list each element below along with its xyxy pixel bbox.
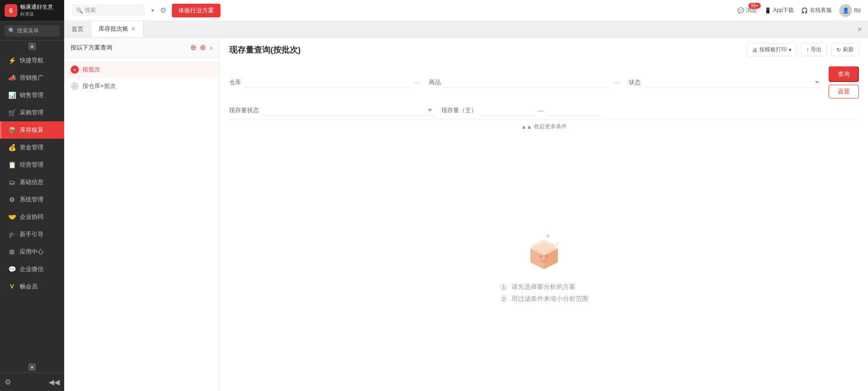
inventory-icon: 📦: [8, 126, 16, 134]
collapse-left-icon[interactable]: «: [209, 44, 213, 51]
sidebar-item-sales[interactable]: 📊 销售管理: [0, 87, 64, 104]
scheme-item-by-warehouse-batch[interactable]: ○ 按仓库+批次: [64, 78, 220, 94]
messages-badge: 99+: [748, 3, 761, 9]
topbar-actions: 💬 消息 99+ 📱 App下载 🎧 在线客服 👤 Rit: [737, 4, 861, 17]
goods-input[interactable]: [444, 77, 609, 88]
sidebar-item-label: 基础信息: [20, 178, 44, 186]
filter-area: 仓库 ··· 商品 ··· 状态: [220, 60, 868, 140]
topbar-search-icon: 🔍: [76, 7, 83, 14]
filter-stock-status: 现存量状态: [229, 105, 434, 116]
sidebar-item-vip[interactable]: V 畅会员: [0, 278, 64, 295]
refresh-btn[interactable]: ↻ 刷新: [831, 43, 859, 56]
sidebar-item-purchase[interactable]: 🛒 采购管理: [0, 104, 64, 121]
scheme-item-by-batch[interactable]: ● 按批次: [64, 61, 220, 78]
tab-inventory-batch[interactable]: 库存批次账 ✕: [91, 21, 143, 37]
sidebar-header: 6 畅康通好生意 标准版: [0, 0, 64, 22]
stock-qty-max[interactable]: [546, 105, 601, 116]
topbar-chevron-icon[interactable]: ▾: [151, 7, 154, 14]
service-icon: 🎧: [801, 7, 808, 14]
wechat-icon: 💬: [8, 265, 16, 273]
filter-warehouse: 仓库 ···: [229, 77, 422, 88]
trial-button[interactable]: 体验行业方案: [172, 4, 220, 17]
sidebar-item-quick-nav[interactable]: ⚡ 快捷导航: [0, 52, 64, 69]
sidebar-search-area[interactable]: 🔍 搜索菜单: [0, 22, 64, 41]
sales-icon: 📊: [8, 91, 16, 99]
sidebar-item-guide[interactable]: 🎓 新手引导: [0, 226, 64, 243]
print-btn[interactable]: 🖨 按模板打印 ▾: [747, 43, 797, 56]
sidebar-item-label: 新手引导: [20, 230, 44, 239]
add-scheme-icon[interactable]: ⊕: [190, 43, 196, 52]
print-dropdown-icon: ▾: [789, 47, 791, 53]
stock-qty-label: 现存量（主）: [441, 106, 477, 114]
sidebar-item-basic[interactable]: 🗂 基础信息: [0, 174, 64, 191]
warehouse-more-btn[interactable]: ···: [412, 78, 422, 87]
left-panel-actions: ⊕ ⊛ «: [190, 43, 213, 52]
system-icon: ⚙: [8, 196, 16, 204]
tip-text-1: 请先选择要分析的方案: [511, 283, 576, 291]
sidebar-item-marketing[interactable]: 📣 营销推广: [0, 69, 64, 87]
settings-footer-icon[interactable]: ⚙: [5, 378, 11, 386]
sidebar-item-label: 库存核算: [20, 126, 44, 134]
user-avatar: 👤: [839, 4, 852, 17]
tab-home[interactable]: 首页: [64, 21, 91, 37]
export-btn[interactable]: ↑ 导出: [801, 43, 827, 56]
query-btn[interactable]: 查询: [829, 66, 859, 82]
user-avatar-area[interactable]: 👤 Rit: [839, 4, 861, 17]
stock-status-select[interactable]: [262, 105, 434, 116]
messages-action[interactable]: 💬 消息 99+: [737, 6, 757, 14]
stock-status-label: 现存量状态: [229, 106, 259, 114]
empty-state: ★ ✦ 1 请先选择要分析的方案 2 用过滤条件来缩小分析范围: [220, 140, 868, 391]
tab-panel-close-btn[interactable]: ✕: [852, 22, 868, 37]
collapse-sidebar-btn[interactable]: ◀◀: [49, 378, 60, 386]
filter-row-1: 仓库 ··· 商品 ··· 状态: [229, 66, 859, 98]
online-service-action[interactable]: 🎧 在线客服: [801, 6, 832, 14]
topbar-search[interactable]: 🔍 搜索: [71, 5, 145, 16]
empty-tip-1: 1 请先选择要分析的方案: [500, 283, 588, 291]
scheme-list: ● 按批次 ○ 按仓库+批次: [64, 58, 220, 98]
settings-btn[interactable]: 设置: [829, 85, 859, 98]
sidebar-item-label: 采购管理: [20, 109, 44, 117]
sidebar-item-label: 系统管理: [20, 196, 44, 204]
message-icon: 💬: [737, 7, 744, 14]
search-icon: 🔍: [8, 27, 15, 34]
sidebar-item-inventory[interactable]: 📦 库存核算: [0, 121, 64, 139]
stock-qty-dash: —: [538, 107, 544, 114]
sidebar-scroll-down[interactable]: ▼: [28, 364, 36, 371]
print-label: 按模板打印: [759, 46, 787, 54]
scheme-dot-gray: ○: [71, 82, 79, 90]
export-label: 导出: [811, 46, 822, 54]
page-title: 现存量查询(按批次): [229, 44, 301, 55]
sidebar-item-wechat[interactable]: 💬 企业微信: [0, 261, 64, 278]
online-service-label: 在线客服: [810, 6, 832, 14]
tabbar: 首页 库存批次账 ✕ ✕: [64, 21, 868, 38]
left-panel-header: 按以下方案查询 ⊕ ⊛ «: [64, 38, 220, 58]
sidebar-search-input[interactable]: 🔍 搜索菜单: [5, 25, 60, 37]
sidebar-item-finance[interactable]: 💰 资金管理: [0, 139, 64, 156]
app-download-action[interactable]: 📱 App下载: [764, 6, 794, 14]
purchase-icon: 🛒: [8, 109, 16, 117]
filter-stock-qty: 现存量（主） —: [441, 105, 646, 116]
scheme-settings-icon[interactable]: ⊛: [200, 43, 206, 52]
sidebar-item-appstore[interactable]: ⊞ 应用中心: [0, 243, 64, 261]
sidebar-scroll-up[interactable]: ▲: [28, 43, 36, 50]
warehouse-label: 仓库: [229, 78, 241, 87]
tab-inventory-batch-close[interactable]: ✕: [131, 26, 136, 32]
sidebar-item-label: 经营管理: [20, 161, 44, 169]
sidebar-item-label: 企业微信: [20, 265, 44, 273]
topbar: 🔍 搜索 ▾ ⚙ 体验行业方案 💬 消息 99+ 📱 App下载 🎧 在线客服: [64, 0, 868, 21]
topbar-gear-icon[interactable]: ⚙: [160, 6, 166, 15]
page-toolbar: 🖨 按模板打印 ▾ ↑ 导出 ↻ 刷新: [747, 43, 859, 56]
stock-qty-min[interactable]: [480, 105, 535, 116]
app-version: 标准版: [20, 11, 53, 17]
goods-more-btn[interactable]: ···: [611, 78, 621, 87]
warehouse-input[interactable]: [244, 77, 409, 88]
query-action-btns: 查询 设置: [829, 66, 859, 98]
sidebar-item-collab[interactable]: 🤝 企业协同: [0, 208, 64, 226]
sidebar-item-system[interactable]: ⚙ 系统管理: [0, 191, 64, 208]
sidebar-item-label: 资金管理: [20, 143, 44, 152]
empty-tip-2: 2 用过滤条件来缩小分析范围: [500, 295, 588, 303]
sidebar-item-ops[interactable]: 📋 经营管理: [0, 156, 64, 174]
status-select[interactable]: [643, 77, 821, 88]
export-icon: ↑: [806, 47, 809, 53]
collapse-filter-btn[interactable]: ▲▲ 收起更多条件: [229, 119, 859, 133]
